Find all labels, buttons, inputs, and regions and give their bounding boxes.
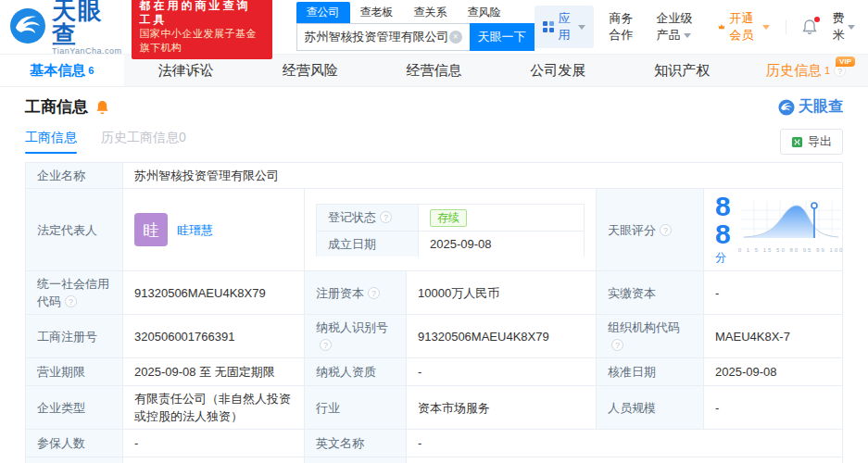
business-term-value: 2025-09-08 至 无固定期限: [123, 358, 305, 386]
tab-development[interactable]: 公司发展: [496, 55, 620, 86]
org-code-value: MAEU4K8X-7: [704, 315, 843, 358]
subtab-history-info[interactable]: 历史工商信息0: [101, 130, 186, 154]
help-icon[interactable]: [380, 211, 392, 223]
field-label: 注册资本: [305, 271, 407, 315]
alert-bell-icon[interactable]: [95, 100, 109, 115]
field-label: 天眼评分: [597, 189, 704, 271]
status-badge: 存续: [430, 209, 467, 227]
field-label: 企业类型: [26, 386, 123, 430]
tab-operation[interactable]: 经营信息: [372, 55, 497, 86]
field-label: 行业: [305, 386, 407, 430]
company-type-value: 有限责任公司（非自然人投资或控股的法人独资）: [123, 386, 305, 430]
help-icon[interactable]: [320, 339, 332, 351]
search-tab-boss[interactable]: 查老板: [350, 2, 404, 23]
insured-count-value: -: [123, 430, 305, 457]
field-label: 统一社会信用代码: [26, 271, 123, 315]
credit-code-value: 91320506MAEU4K8X79: [123, 271, 305, 315]
reg-authority-value: 苏州市吴中区数据局: [123, 457, 305, 463]
field-label: 实缴资本: [597, 271, 704, 315]
brand-slogan-badge: 都在用的商业查询工具 国家中小企业发展子基金旗下机构: [132, 0, 272, 59]
table-row: 统一社会信用代码 91320506MAEU4K8X79 注册资本 10000万人…: [26, 271, 843, 315]
tab-label: 基本信息: [30, 62, 85, 80]
tab-label: 知识产权: [654, 62, 710, 80]
excel-icon: [791, 136, 803, 148]
apps-menu[interactable]: 应用: [535, 6, 594, 48]
export-button[interactable]: 导出: [780, 129, 843, 155]
taxpayer-quality-value: -: [407, 358, 597, 386]
tianyancha-logo[interactable]: 天眼查 TianYanCha.com: [9, 0, 122, 56]
tab-label: 法律诉讼: [158, 62, 214, 80]
org-code-label: 组织机构代码: [608, 320, 680, 334]
apps-grid-icon: [543, 21, 554, 32]
table-row: 企业名称 苏州智核投资管理有限公司: [26, 163, 843, 189]
tab-legal[interactable]: 法律诉讼: [124, 55, 248, 86]
field-label: 营业期限: [26, 358, 123, 386]
help-icon[interactable]: [65, 295, 77, 307]
score-unit: 分: [715, 251, 726, 264]
search-button[interactable]: 天眼一下: [470, 23, 535, 51]
top-header: 天眼查 TianYanCha.com 都在用的商业查询工具 国家中小企业发展子基…: [0, 0, 868, 54]
clear-icon[interactable]: ×: [449, 31, 462, 44]
tab-basic-info[interactable]: 基本信息 6: [0, 55, 124, 86]
field-label: 工商注册号: [26, 315, 123, 358]
search-tab-company[interactable]: 查公司: [296, 2, 350, 23]
field-label: 登记机关: [26, 457, 123, 463]
tab-label: 经营风险: [283, 62, 338, 80]
avatar[interactable]: 眭: [134, 213, 168, 246]
vip-badge: VIP: [836, 56, 855, 67]
tianyan-score[interactable]: 88分: [715, 193, 831, 267]
score-value: 88: [715, 191, 731, 249]
search-tab-relation[interactable]: 查关系: [404, 2, 458, 23]
staff-size-value: -: [704, 386, 843, 430]
tab-label: 历史信息: [766, 62, 822, 80]
menu-open-vip[interactable]: 开通会员: [718, 10, 770, 44]
search-tabs: 查公司 查老板 查关系 查风险: [296, 3, 535, 23]
field-label: 法定代表人: [26, 189, 123, 271]
approval-date-value: 2025-09-08: [704, 358, 843, 386]
taxpayer-id-label: 纳税人识别号: [316, 320, 388, 334]
field-label: 注册地址: [305, 457, 407, 463]
legal-rep-link[interactable]: 眭瑨慧: [177, 221, 213, 239]
field-label: 人员规模: [597, 386, 704, 430]
paid-capital-value: -: [704, 271, 843, 315]
english-name-value: -: [407, 430, 843, 457]
search-block: 查公司 查老板 查关系 查风险 苏州智核投资管理有限公司 × 天眼一下: [296, 3, 535, 51]
subtab-business-info[interactable]: 工商信息: [25, 130, 77, 154]
menu-enterprise-products[interactable]: 企业级产品: [657, 10, 703, 44]
notification-bell[interactable]: [802, 19, 817, 35]
chevron-down-icon: [848, 25, 855, 30]
search-input-value: 苏州智核投资管理有限公司: [305, 29, 449, 45]
username: 费米: [833, 10, 845, 44]
score-distribution-chart: 0 1 5 15 50 80 95 99 100: [738, 201, 845, 259]
chevron-down-icon: [578, 25, 585, 30]
search-tab-risk[interactable]: 查风险: [458, 2, 511, 23]
main-content: 工商信息 天眼查 工商信息 历史工商信息0 导出: [0, 87, 868, 463]
tab-ip[interactable]: 知识产权: [620, 55, 744, 86]
score-axis-labels: 0 1 5 15 50 80 95 99 100: [738, 242, 845, 259]
score-label: 天眼评分: [608, 223, 656, 237]
field-label: 组织机构代码: [597, 315, 704, 358]
help-icon[interactable]: [660, 224, 672, 236]
tab-risk[interactable]: 经营风险: [248, 55, 372, 86]
menu-business-coop[interactable]: 商务合作: [610, 10, 641, 44]
user-menu[interactable]: 费米: [833, 10, 855, 44]
reg-capital-value: 10000万人民币: [407, 271, 597, 315]
slogan-line1: 都在用的商业查询工具: [140, 0, 264, 27]
help-icon[interactable]: [368, 287, 380, 299]
table-row: 法定代表人 眭 眭瑨慧 登记状态 存续 成立日期 2025-09-08: [26, 189, 843, 271]
export-label: 导出: [808, 133, 832, 150]
help-icon[interactable]: [611, 339, 623, 351]
tab-history[interactable]: VIP 历史信息 1: [744, 55, 868, 86]
reg-status-label: 登记状态: [328, 210, 376, 224]
vip-label: 开通会员: [729, 10, 756, 44]
field-label: 核准日期: [597, 358, 704, 386]
menu-divider: [786, 19, 786, 34]
field-label: 企业名称: [26, 163, 123, 189]
field-label: 登记状态: [317, 204, 419, 231]
crown-icon: [718, 21, 725, 32]
establish-date-value: 2025-09-08: [419, 231, 585, 257]
slogan-line2: 国家中小企业发展子基金旗下机构: [140, 27, 264, 55]
field-label: 纳税人识别号: [305, 315, 407, 358]
search-input[interactable]: 苏州智核投资管理有限公司 ×: [296, 23, 470, 51]
apps-label: 应用: [559, 10, 571, 44]
